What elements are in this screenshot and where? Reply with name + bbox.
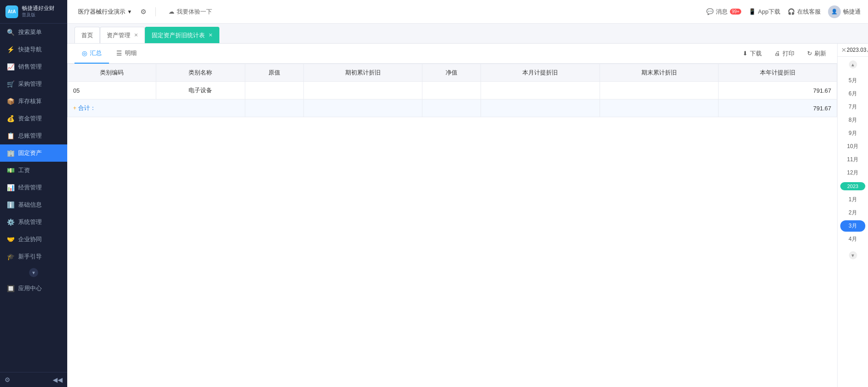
table-row: 05 电子设备 791.67 (68, 82, 837, 99)
sidebar-item-ledger[interactable]: 📋 总账管理 (0, 127, 67, 144)
header-gear-icon[interactable]: ⚙ (140, 8, 146, 16)
messages-action[interactable]: 💬 消息 99+ (706, 8, 741, 16)
main-area: 医疗器械行业演示 ▾ ⚙ ☁ 我要体验一下 💬 消息 99+ 📱 App下载 🎧… (67, 0, 868, 387)
try-button[interactable]: ☁ 我要体验一下 (165, 6, 216, 18)
summary-year-depr: 791.67 (718, 99, 837, 117)
company-name: 医疗器械行业演示 (78, 8, 125, 16)
month-7[interactable]: 7月 (838, 100, 868, 114)
sub-tab-detail-label: 明细 (125, 49, 137, 57)
sidebar-item-guide-label: 新手引导 (18, 253, 42, 261)
logo-title: 畅捷通好业财 (22, 5, 55, 12)
online-service-action[interactable]: 🎧 在线客服 (788, 8, 821, 16)
sidebar-item-app-center-label: 应用中心 (18, 284, 42, 293)
panel-year-month: 2023.03 (847, 47, 866, 53)
row-year-depr: 791.67 (718, 82, 837, 99)
panel-close-icon[interactable]: ✕ (841, 46, 847, 54)
purchase-icon: 🛒 (6, 80, 15, 88)
collapse-icon[interactable]: ◀◀ (53, 376, 63, 383)
month-2[interactable]: 2月 (838, 206, 868, 219)
settings-icon[interactable]: ⚙ (5, 376, 10, 383)
right-date-panel: ✕ 2023.03 ⤢ ▲ 5月 6月 7月 8月 9月 10月 11月 12月… (837, 44, 868, 387)
sidebar-item-fixed-assets[interactable]: 🏢 固定资产 (0, 144, 67, 162)
col-period-depr: 期初累计折旧 (303, 64, 422, 82)
sidebar-item-operations[interactable]: 📊 经营管理 (0, 179, 67, 196)
funds-icon: 💰 (6, 115, 15, 122)
messages-icon: 💬 (706, 8, 714, 15)
month-8[interactable]: 8月 (838, 114, 868, 127)
download-icon: ⬇ (743, 50, 748, 57)
sidebar-item-quicknav[interactable]: ⚡ 快捷导航 (0, 41, 67, 58)
sidebar-item-sales[interactable]: 📈 销售管理 (0, 58, 67, 75)
scroll-up-arrow[interactable]: ▲ (838, 57, 868, 72)
summary-period-depr (303, 99, 422, 117)
sidebar-item-funds[interactable]: 💰 资金管理 (0, 110, 67, 127)
download-button[interactable]: ⬇ 下载 (739, 48, 765, 60)
table-container: 类别编码 类别名称 原值 期初累计折旧 净值 本月计提折旧 期末累计折旧 本年计… (67, 64, 837, 387)
month-6[interactable]: 6月 (838, 87, 868, 100)
sub-tab-summary[interactable]: ◎ 汇总 (74, 44, 109, 64)
sidebar-item-purchase[interactable]: 🛒 采购管理 (0, 75, 67, 93)
messages-badge: 99+ (730, 9, 741, 15)
year-label[interactable]: 2023 (840, 182, 865, 190)
app-download-action[interactable]: 📱 App下载 (749, 8, 780, 16)
app-download-icon: 📱 (749, 8, 756, 15)
tab-asset-management-close[interactable]: ✕ (134, 32, 138, 38)
scroll-down-arrow[interactable]: ▼ (838, 248, 868, 263)
month-9[interactable]: 9月 (838, 127, 868, 140)
sidebar-item-ledger-label: 总账管理 (18, 132, 42, 140)
sidebar-logo: AtA 畅捷通好业财 普及版 (0, 0, 67, 24)
scroll-down-circle[interactable]: ▼ (849, 251, 857, 259)
sidebar-item-inventory[interactable]: 📦 库存核算 (0, 93, 67, 110)
operations-icon: 📊 (6, 184, 15, 191)
user-action[interactable]: 👤 畅捷通 (828, 5, 861, 18)
sidebar-item-guide[interactable]: 🎓 新手引导 (0, 248, 67, 265)
sidebar-item-app-center[interactable]: 🔲 应用中心 (0, 280, 67, 297)
sidebar-item-fixed-assets-label: 固定资产 (18, 149, 42, 157)
month-10[interactable]: 10月 (838, 140, 868, 153)
month-4[interactable]: 4月 (838, 233, 868, 246)
month-11[interactable]: 11月 (838, 153, 868, 166)
sub-tab-detail[interactable]: ☰ 明细 (109, 44, 144, 64)
try-label: 我要体验一下 (177, 8, 212, 16)
tab-asset-management-label: 资产管理 (107, 31, 130, 40)
logo-icon: AtA (5, 5, 18, 18)
row-original (245, 82, 303, 99)
month-12[interactable]: 12月 (838, 166, 868, 179)
sidebar-item-operations-label: 经营管理 (18, 184, 42, 192)
tab-depreciation-table[interactable]: 固定资产折旧统计表 ✕ (145, 27, 219, 43)
sidebar-item-funds-label: 资金管理 (18, 114, 42, 123)
messages-label: 消息 (716, 8, 728, 16)
scroll-up-circle[interactable]: ▲ (849, 60, 857, 69)
sidebar-scroll-down[interactable]: ▼ (29, 268, 38, 277)
row-period-depr (303, 82, 422, 99)
date-months-after: 1月 2月 3月 4月 (838, 191, 868, 248)
tab-asset-management[interactable]: 资产管理 ✕ (100, 27, 145, 43)
company-selector[interactable]: 医疗器械行业演示 ▾ (74, 6, 135, 18)
summary-row: + 合计： 791.67 (68, 99, 837, 117)
sidebar-item-basic-info[interactable]: ℹ️ 基础信息 (0, 196, 67, 213)
print-button[interactable]: 🖨 打印 (771, 48, 798, 60)
sidebar-item-collab[interactable]: 🤝 企业协同 (0, 231, 67, 248)
tab-depreciation-table-close[interactable]: ✕ (208, 32, 213, 38)
summary-expand-icon[interactable]: + (73, 105, 76, 111)
sidebar-item-system[interactable]: ⚙️ 系统管理 (0, 213, 67, 231)
inventory-icon: 📦 (6, 98, 15, 105)
sidebar-item-payroll[interactable]: 💵 工资 (0, 162, 67, 179)
summary-text: 合计： (78, 104, 96, 112)
sidebar: AtA 畅捷通好业财 普及版 🔍 搜索菜单 ⚡ 快捷导航 📈 销售管理 🛒 采购… (0, 0, 67, 387)
panel-expand-icon[interactable]: ⤢ (866, 46, 868, 54)
month-3-active[interactable]: 3月 (840, 220, 865, 232)
main-panel: ◎ 汇总 ☰ 明细 ⬇ 下载 🖨 打印 (67, 44, 837, 387)
system-icon: ⚙️ (6, 218, 15, 226)
sidebar-item-search[interactable]: 🔍 搜索菜单 (0, 24, 67, 41)
month-1[interactable]: 1月 (838, 193, 868, 206)
sidebar-item-payroll-label: 工资 (18, 166, 30, 174)
app-center-icon: 🔲 (6, 285, 15, 292)
table-header-row: 类别编码 类别名称 原值 期初累计折旧 净值 本月计提折旧 期末累计折旧 本年计… (68, 64, 837, 82)
summary-label-cell: + 合计： (68, 99, 245, 117)
right-panel-header: ✕ 2023.03 ⤢ (838, 44, 868, 57)
col-code: 类别编码 (68, 64, 156, 82)
month-5[interactable]: 5月 (838, 74, 868, 87)
refresh-button[interactable]: ↻ 刷新 (804, 48, 830, 60)
tab-home[interactable]: 首页 (74, 27, 100, 43)
